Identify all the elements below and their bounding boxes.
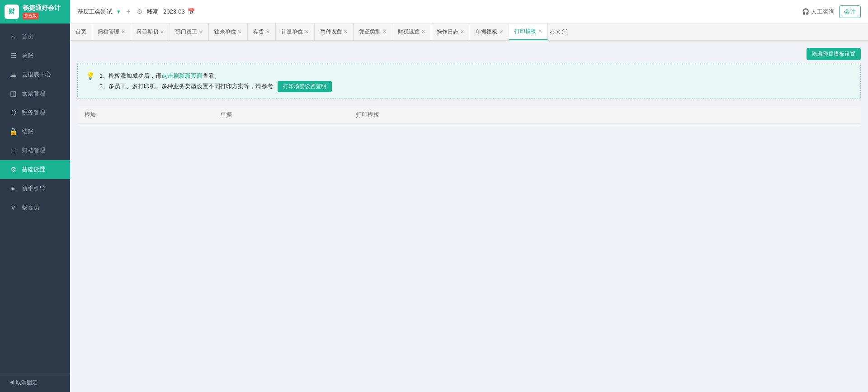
sidebar-item-archive[interactable]: ◻ 归档管理	[0, 141, 70, 160]
tab-home[interactable]: 首页	[70, 24, 92, 40]
sidebar-item-label: 新手引导	[22, 184, 45, 193]
tab-tax-settings[interactable]: 财税设置 ✕	[392, 24, 431, 40]
headset-icon: 🎧	[802, 8, 809, 15]
notice-line1-prefix: 1、模板添加成功后，请	[99, 72, 161, 79]
main-area: 基层工会测试 ▾ ＋ ⚙ 账期 2023-03 📅 🎧 人工咨询 会计 首页 归…	[70, 0, 868, 392]
tab-measure-unit[interactable]: 计量单位 ✕	[276, 24, 315, 40]
sidebar-item-member[interactable]: V 畅会员	[0, 198, 70, 217]
home-icon: ⌂	[9, 33, 17, 41]
tab-close-icon[interactable]: ✕	[266, 29, 270, 35]
tabs-fullscreen-button[interactable]: ⛶	[562, 29, 567, 35]
notice-line2: 2、多员工、多打印机、多种业务类型设置不同打印方案等，请参考 打印场景设置宣明	[99, 81, 332, 92]
print-template-table: 模块 单据 打印模板	[77, 106, 861, 124]
tab-label: 凭证类型	[359, 28, 381, 36]
notice-line1: 1、模板添加成功后，请点击刷新新页面查看。	[99, 71, 332, 81]
invoice-icon: ◫	[9, 90, 17, 98]
column-form: 单据	[213, 106, 349, 123]
tab-label: 部门员工	[175, 28, 197, 36]
tab-dept-staff[interactable]: 部门员工 ✕	[170, 24, 209, 40]
sidebar-item-ledger[interactable]: ☰ 总账	[0, 46, 70, 65]
tab-close-icon[interactable]: ✕	[238, 29, 242, 35]
tab-voucher-type[interactable]: 凭证类型 ✕	[354, 24, 392, 40]
sidebar-item-cloud-reports[interactable]: ☁ 云报表中心	[0, 65, 70, 84]
column-template: 打印模板	[349, 106, 861, 123]
tab-archive-mgmt[interactable]: 归档管理 ✕	[92, 24, 131, 40]
kuaiji-label: 会计	[844, 8, 856, 15]
sidebar-nav: ⌂ 首页 ☰ 总账 ☁ 云报表中心 ◫ 发票管理 ⬡ 税务管理 🔒 结账 ◻ 归…	[0, 24, 70, 373]
tab-close-icon[interactable]: ✕	[538, 28, 542, 34]
hide-template-btn-area: 隐藏预置模板设置	[77, 48, 861, 60]
tab-subject-init[interactable]: 科目期初 ✕	[131, 24, 170, 40]
kuaiji-button[interactable]: 会计	[839, 5, 861, 18]
lock-icon: 🔒	[9, 128, 17, 136]
tab-close-icon[interactable]: ✕	[421, 29, 425, 35]
tab-close-icon[interactable]: ✕	[460, 29, 464, 35]
notice-refresh-link[interactable]: 点击刷新新页面	[161, 72, 203, 79]
project-dropdown-icon[interactable]: ▾	[117, 8, 120, 15]
tab-label: 首页	[75, 28, 86, 36]
member-icon: V	[9, 204, 17, 211]
print-scene-btn[interactable]: 打印场景设置宣明	[278, 81, 332, 92]
tab-close-icon[interactable]: ✕	[499, 29, 503, 35]
hide-template-button[interactable]: 隐藏预置模板设置	[807, 48, 861, 60]
notice-content: 1、模板添加成功后，请点击刷新新页面查看。 2、多员工、多打印机、多种业务类型设…	[99, 71, 332, 92]
topbar-settings-icon[interactable]: ⚙	[137, 8, 142, 16]
tab-close-icon[interactable]: ✕	[344, 29, 348, 35]
tabs-close-all-button[interactable]: ✕	[556, 28, 561, 36]
sidebar-item-tax[interactable]: ⬡ 税务管理	[0, 103, 70, 122]
sidebar-item-label: 发票管理	[22, 90, 45, 98]
bulb-icon: 💡	[86, 71, 95, 80]
sidebar-item-settings[interactable]: ⚙ 基础设置	[0, 160, 70, 179]
sidebar-item-label: 基础设置	[22, 165, 45, 174]
period-label: 账期	[147, 8, 159, 16]
notice-line2-prefix: 2、多员工、多打印机、多种业务类型设置不同打印方案等，请参考	[99, 83, 273, 90]
tab-close-icon[interactable]: ✕	[382, 29, 387, 35]
logo-area: 财 畅捷通好会计 旗舰版	[0, 0, 70, 24]
tabs-bar: 首页 归档管理 ✕ 科目期初 ✕ 部门员工 ✕ 往来单位 ✕ 存货 ✕ 计量单位…	[70, 24, 868, 41]
period-value: 2023-03	[163, 8, 185, 15]
sidebar-item-guide[interactable]: ◈ 新手引导	[0, 179, 70, 198]
notice-box: 💡 1、模板添加成功后，请点击刷新新页面查看。 2、多员工、多打印机、多种业务类…	[77, 64, 861, 99]
sidebar-item-label: 首页	[22, 33, 33, 41]
sidebar-item-label: 税务管理	[22, 109, 45, 117]
add-project-icon[interactable]: ＋	[125, 7, 132, 16]
notice-line1-suffix: 查看。	[203, 72, 220, 79]
tab-counterpart[interactable]: 往来单位 ✕	[209, 24, 248, 40]
sidebar-item-home[interactable]: ⌂ 首页	[0, 27, 70, 46]
tabs-prev-button[interactable]: ‹	[550, 28, 552, 36]
sidebar-toggle[interactable]: ◀ 取消固定	[0, 373, 70, 392]
sidebar-item-invoice[interactable]: ◫ 发票管理	[0, 84, 70, 103]
tab-print-template[interactable]: 打印模板 ✕	[509, 24, 548, 40]
column-module: 模块	[77, 106, 213, 123]
tab-operation-log[interactable]: 操作日志 ✕	[431, 24, 470, 40]
tab-single-form[interactable]: 单据模板 ✕	[470, 24, 509, 40]
tab-close-icon[interactable]: ✕	[199, 29, 203, 35]
tab-close-icon[interactable]: ✕	[121, 29, 125, 35]
topbar: 基层工会测试 ▾ ＋ ⚙ 账期 2023-03 📅 🎧 人工咨询 会计	[70, 0, 868, 24]
sidebar-footer-label: ◀ 取消固定	[9, 379, 38, 387]
tab-label: 操作日志	[437, 28, 458, 36]
archive-icon: ◻	[9, 146, 17, 155]
logo-text-area: 畅捷通好会计 旗舰版	[23, 4, 61, 19]
version-badge: 旗舰版	[23, 13, 38, 19]
tabs-next-button[interactable]: ›	[553, 28, 555, 36]
period-display: 账期 2023-03 📅	[147, 8, 195, 16]
guide-icon: ◈	[9, 184, 17, 193]
tab-label: 单据模板	[476, 28, 497, 36]
cloud-icon: ☁	[9, 71, 17, 79]
calendar-icon[interactable]: 📅	[188, 8, 195, 15]
tab-inventory[interactable]: 存货 ✕	[248, 24, 276, 40]
ledger-icon: ☰	[9, 52, 17, 60]
table-header: 模块 单据 打印模板	[77, 106, 861, 124]
tab-label: 计量单位	[281, 28, 303, 36]
sidebar-item-closing[interactable]: 🔒 结账	[0, 122, 70, 141]
service-button[interactable]: 🎧 人工咨询	[802, 8, 835, 16]
service-label: 人工咨询	[811, 8, 835, 16]
tab-label: 归档管理	[98, 28, 119, 36]
app-name: 畅捷通好会计	[23, 4, 61, 12]
tab-currency[interactable]: 币种设置 ✕	[315, 24, 354, 40]
tab-close-icon[interactable]: ✕	[305, 29, 309, 35]
tab-label: 往来单位	[214, 28, 236, 36]
sidebar: 财 畅捷通好会计 旗舰版 ⌂ 首页 ☰ 总账 ☁ 云报表中心 ◫ 发票管理 ⬡	[0, 0, 70, 392]
tab-close-icon[interactable]: ✕	[160, 29, 164, 35]
